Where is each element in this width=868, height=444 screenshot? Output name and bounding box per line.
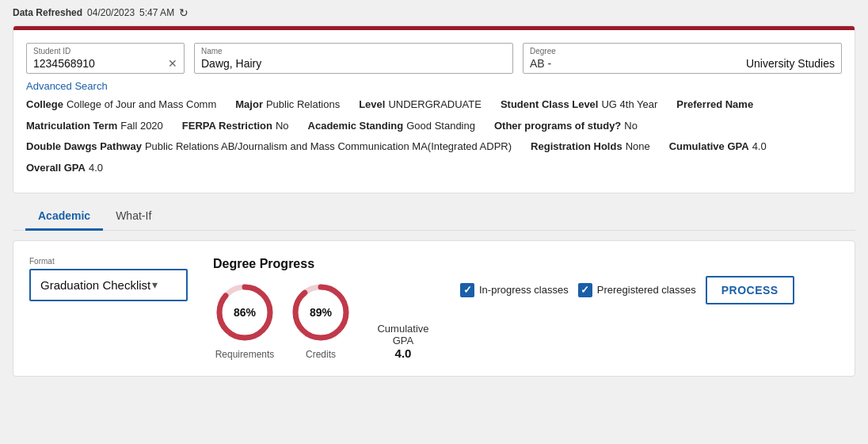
double-dawgs-key: Double Dawgs Pathway (26, 137, 142, 157)
name-group: Name Dawg, Hairy (194, 43, 513, 74)
ferpa-item: FERPA Restriction No (182, 117, 289, 136)
major-item: Major Public Relations (235, 95, 340, 115)
info-row-3: Double Dawgs Pathway Public Relations AB… (26, 137, 842, 157)
info-section: College College of Jour and Mass Comm Ma… (13, 92, 855, 193)
overall-gpa-val: 4.0 (89, 159, 103, 178)
double-dawgs-val: Public Relations AB/Journalism and Mass … (145, 137, 512, 157)
search-row: Student ID 1234568910 ✕ Name Dawg, Hairy… (13, 30, 855, 80)
preferred-name-item: Preferred Name (676, 95, 756, 115)
college-key: College (26, 95, 63, 115)
academic-standing-item: Academic Standing Good Standing (308, 117, 475, 136)
matriculation-key: Matriculation Term (26, 117, 117, 136)
ferpa-key: FERPA Restriction (182, 117, 272, 136)
refresh-date: 04/20/2023 (87, 7, 135, 18)
credits-pct-label: 89% (310, 306, 332, 319)
student-id-value: 1234568910 (33, 57, 95, 70)
info-row-1: College College of Jour and Mass Comm Ma… (26, 95, 842, 115)
requirements-caption: Requirements (215, 349, 275, 360)
matriculation-item: Matriculation Term Fall 2020 (26, 117, 163, 136)
requirements-chart: 86% Requirements (213, 281, 276, 360)
inprogress-checkbox-box: ✓ (460, 283, 474, 297)
college-item: College College of Jour and Mass Comm (26, 95, 216, 115)
chevron-down-icon: ▾ (152, 278, 158, 291)
tabs-row: Academic What-If (13, 203, 855, 231)
major-key: Major (235, 95, 263, 115)
student-class-item: Student Class Level UG 4th Year (501, 95, 657, 115)
student-id-group: Student ID 1234568910 ✕ (26, 43, 185, 74)
format-select[interactable]: Graduation Checklist ▾ (29, 269, 188, 301)
checkbox-row: ✓ In-progress classes ✓ Preregistered cl… (460, 276, 839, 304)
refresh-time: 5:47 AM (139, 7, 174, 18)
preregistered-checkbox[interactable]: ✓ Preregistered classes (578, 283, 696, 297)
progress-charts: 86% Requirements 89% Credits Cumulative … (213, 281, 435, 360)
degree-value-row: AB - University Studies (530, 57, 835, 70)
major-val: Public Relations (266, 95, 340, 115)
tab-whatif[interactable]: What-If (103, 203, 164, 231)
checkmark2-icon: ✓ (581, 284, 589, 296)
matriculation-val: Fall 2020 (120, 117, 162, 136)
format-section: Format Graduation Checklist ▾ (29, 257, 188, 301)
registration-holds-item: Registration Holds None (531, 137, 650, 157)
format-value: Graduation Checklist (40, 278, 150, 292)
cumulative-gpa-key: Cumulative GPA (669, 137, 749, 157)
process-button[interactable]: PROCESS (706, 276, 794, 304)
requirements-donut: 86% (213, 281, 276, 344)
degree-group: Degree AB - University Studies (523, 43, 842, 74)
checkmark-icon: ✓ (463, 284, 472, 296)
credits-caption: Credits (306, 349, 336, 360)
content-card: Format Graduation Checklist ▾ Degree Pro… (13, 240, 855, 377)
inprogress-checkbox[interactable]: ✓ In-progress classes (460, 283, 569, 297)
student-class-key: Student Class Level (501, 95, 599, 115)
cumulative-gpa-val: 4.0 (752, 137, 767, 157)
tab-academic[interactable]: Academic (25, 203, 103, 231)
gpa-section: Cumulative GPA 4.0 (371, 323, 435, 360)
info-row-2: Matriculation Term Fall 2020 FERPA Restr… (26, 117, 842, 136)
preferred-name-key: Preferred Name (676, 95, 753, 115)
academic-standing-val: Good Standing (406, 117, 475, 136)
degree-ab: AB - (530, 57, 551, 70)
other-programs-item: Other programs of study? No (494, 117, 638, 136)
inprogress-label: In-progress classes (479, 284, 569, 296)
level-val: UNDERGRADUATE (388, 95, 482, 115)
double-dawgs-item: Double Dawgs Pathway Public Relations AB… (26, 137, 512, 157)
refresh-icon[interactable]: ↻ (179, 6, 188, 19)
registration-holds-val: None (626, 137, 650, 157)
degree-label: Degree (530, 47, 835, 56)
overall-gpa-key: Overall GPA (26, 159, 86, 178)
degree-name: University Studies (746, 57, 835, 70)
college-val: College of Jour and Mass Comm (67, 95, 216, 115)
cumulative-gpa-item: Cumulative GPA 4.0 (669, 137, 767, 157)
preregistered-label: Preregistered classes (597, 284, 696, 296)
process-section: ✓ In-progress classes ✓ Preregistered cl… (460, 257, 839, 304)
credits-donut: 89% (289, 281, 352, 344)
student-class-val: UG 4th Year (601, 95, 657, 115)
name-label: Name (201, 47, 506, 56)
student-id-value-row: 1234568910 ✕ (33, 57, 177, 70)
overall-gpa-item: Overall GPA 4.0 (26, 159, 103, 178)
format-label: Format (29, 257, 188, 266)
academic-standing-key: Academic Standing (308, 117, 404, 136)
degree-progress-section: Degree Progress 86% Requirements (213, 257, 435, 360)
requirements-pct-label: 86% (234, 306, 256, 319)
ferpa-val: No (276, 117, 289, 136)
student-id-label: Student ID (33, 47, 177, 56)
degree-progress-title: Degree Progress (213, 257, 314, 271)
refresh-label: Data Refreshed (13, 7, 82, 18)
registration-holds-key: Registration Holds (531, 137, 622, 157)
main-card: Student ID 1234568910 ✕ Name Dawg, Hairy… (13, 25, 855, 193)
level-item: Level UNDERGRADUATE (359, 95, 482, 115)
info-row-4: Overall GPA 4.0 (26, 159, 842, 178)
cumulative-gpa-chart-value: 4.0 (395, 346, 412, 360)
preregistered-checkbox-box: ✓ (578, 283, 592, 297)
other-programs-key: Other programs of study? (494, 117, 621, 136)
name-value: Dawg, Hairy (201, 57, 261, 70)
other-programs-val: No (624, 117, 638, 136)
cumulative-gpa-chart-label: Cumulative GPA (371, 323, 435, 346)
level-key: Level (359, 95, 385, 115)
top-bar: Data Refreshed 04/20/2023 5:47 AM ↻ (0, 0, 868, 25)
credits-chart: 89% Credits (289, 281, 352, 360)
clear-icon[interactable]: ✕ (168, 57, 177, 70)
name-value-row: Dawg, Hairy (201, 57, 506, 70)
